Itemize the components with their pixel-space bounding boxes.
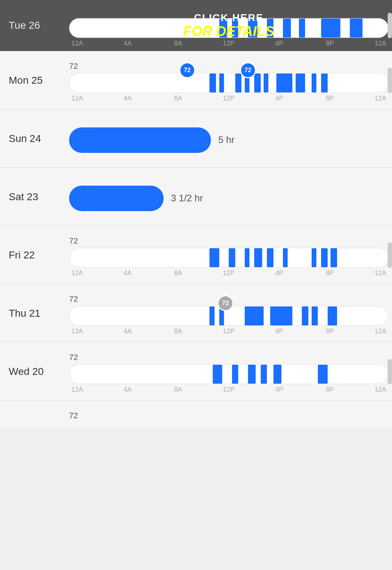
tick-label: 12P <box>221 328 236 335</box>
block-mon25-0 <box>209 74 216 92</box>
block-thu21-0 <box>209 306 214 325</box>
day-label-fri22: Fri 22 <box>0 226 65 284</box>
timeline-mon25: 727212A4A8A12P4P8P12A <box>69 73 388 102</box>
temp-label-wed20: 72 <box>69 353 388 362</box>
block-wed20-2 <box>248 365 256 384</box>
badge-mon25-0: 72 <box>179 62 195 78</box>
temp-label-partial: 72 <box>69 411 388 420</box>
block-wed20-1 <box>232 365 239 384</box>
timeline-wed20: 12A4A8A12P4P8P12A <box>69 364 388 393</box>
block-mon25-5 <box>264 74 268 92</box>
block-fri22-6 <box>312 248 316 267</box>
block-fri22-5 <box>283 248 288 267</box>
tick-label: 4A <box>120 95 135 102</box>
timeline-bar-mon25 <box>69 73 388 93</box>
tick-label: 8P <box>323 95 337 102</box>
day-label-wed20: Wed 20 <box>0 343 65 400</box>
tick-label: 12A <box>373 386 388 393</box>
timeline-bar-fri22 <box>69 248 388 268</box>
block-thu21-4 <box>302 306 308 325</box>
day-row-mon25: Mon 2572727212A4A8A12P4P8P12A <box>0 51 392 110</box>
tick-label: 12P <box>221 269 236 277</box>
tick-label: 8A <box>171 269 185 277</box>
day-label-partial <box>0 401 65 430</box>
day-content-wed20: 7212A4A8A12P4P8P12A <box>65 343 392 400</box>
day-row-wed20: Wed 207212A4A8A12P4P8P12A <box>0 343 392 401</box>
solid-container-sat23: 3 1/2 hr <box>69 186 388 211</box>
scrollbar-handle[interactable] <box>388 359 392 384</box>
solid-bar-sun24 <box>69 127 211 153</box>
day-row-tue26: Tue 267212A4A8A12P4P8P12ACLICK HEREFor D… <box>0 0 392 51</box>
tick-row-thu21: 12A4A8A12P4P8P12A <box>69 328 388 335</box>
block-fri22-2 <box>245 248 249 267</box>
block-mon25-7 <box>296 74 305 92</box>
timeline-fri22: 12A4A8A12P4P8P12A <box>69 248 388 277</box>
tick-label: 8A <box>171 328 185 335</box>
day-content-partial: 72 <box>65 401 392 430</box>
timeline-thu21: 7212A4A8A12P4P8P12A <box>69 306 388 335</box>
block-fri22-8 <box>331 248 337 267</box>
tick-label: 12A <box>373 95 388 102</box>
day-label-tue26: Tue 26 <box>0 0 65 51</box>
block-thu21-5 <box>312 306 318 325</box>
block-mon25-8 <box>312 74 316 92</box>
duration-label-sat23: 3 1/2 hr <box>171 193 203 204</box>
scrollbar-handle[interactable] <box>388 242 392 268</box>
tick-label: 4A <box>120 386 135 393</box>
tick-label: 8P <box>323 386 337 393</box>
block-thu21-6 <box>328 306 337 325</box>
scrollbar-handle[interactable] <box>388 68 392 93</box>
day-content-sat23: 3 1/2 hr <box>65 168 392 226</box>
tick-label: 12A <box>373 328 388 335</box>
day-label-mon25: Mon 25 <box>0 51 65 109</box>
day-label-sun24: Sun 24 <box>0 110 65 167</box>
solid-bar-sat23 <box>69 186 164 211</box>
temp-label-fri22: 72 <box>69 236 388 246</box>
solid-container-sun24: 5 hr <box>69 127 388 153</box>
block-wed20-3 <box>261 365 267 384</box>
tick-label: 4P <box>272 328 287 335</box>
tick-label: 12P <box>221 95 236 102</box>
click-here-text: CLICK HERE <box>194 12 263 24</box>
tick-label: 4P <box>272 95 287 102</box>
tick-row-wed20: 12A4A8A12P4P8P12A <box>69 386 388 393</box>
day-content-fri22: 7212A4A8A12P4P8P12A <box>65 226 392 284</box>
day-content-sun24: 5 hr <box>65 110 392 167</box>
block-fri22-0 <box>209 248 219 267</box>
day-content-tue26: 7212A4A8A12P4P8P12ACLICK HEREFor Details <box>65 0 392 51</box>
day-row-thu21: Thu 21727212A4A8A12P4P8P12A <box>0 284 392 343</box>
tick-label: 12A <box>70 328 84 335</box>
tick-label: 4P <box>272 269 287 277</box>
block-fri22-1 <box>229 248 235 267</box>
tick-label: 4A <box>120 269 135 277</box>
day-content-thu21: 727212A4A8A12P4P8P12A <box>65 284 392 342</box>
for-details-text: For Details <box>183 24 275 39</box>
block-mon25-1 <box>219 74 224 92</box>
tick-label: 8P <box>323 269 337 277</box>
tick-row-mon25: 12A4A8A12P4P8P12A <box>69 95 388 102</box>
badge-mon25-1: 72 <box>240 62 256 78</box>
tick-label: 8A <box>171 386 185 393</box>
block-mon25-6 <box>276 74 292 92</box>
tick-label: 8A <box>171 95 185 102</box>
day-row-sun24: Sun 245 hr <box>0 110 392 168</box>
tick-row-fri22: 12A4A8A12P4P8P12A <box>69 269 388 277</box>
block-mon25-4 <box>254 74 261 92</box>
duration-label-sun24: 5 hr <box>218 134 235 146</box>
block-wed20-0 <box>213 365 222 384</box>
day-label-sat23: Sat 23 <box>0 168 65 226</box>
click-here-overlay[interactable]: CLICK HEREFor Details <box>65 0 392 51</box>
day-row-sat23: Sat 233 1/2 hr <box>0 168 392 226</box>
tick-label: 4A <box>120 328 135 335</box>
tick-label: 4P <box>272 386 287 393</box>
block-fri22-3 <box>254 248 262 267</box>
day-row-fri22: Fri 227212A4A8A12P4P8P12A <box>0 226 392 284</box>
block-wed20-5 <box>318 365 327 384</box>
tick-label: 12A <box>70 269 84 277</box>
tick-label: 12A <box>70 386 84 393</box>
tick-label: 12P <box>221 386 236 393</box>
block-thu21-3 <box>270 306 292 325</box>
tick-label: 12A <box>373 269 388 277</box>
temp-label-mon25: 72 <box>69 62 388 71</box>
block-fri22-7 <box>321 248 328 267</box>
